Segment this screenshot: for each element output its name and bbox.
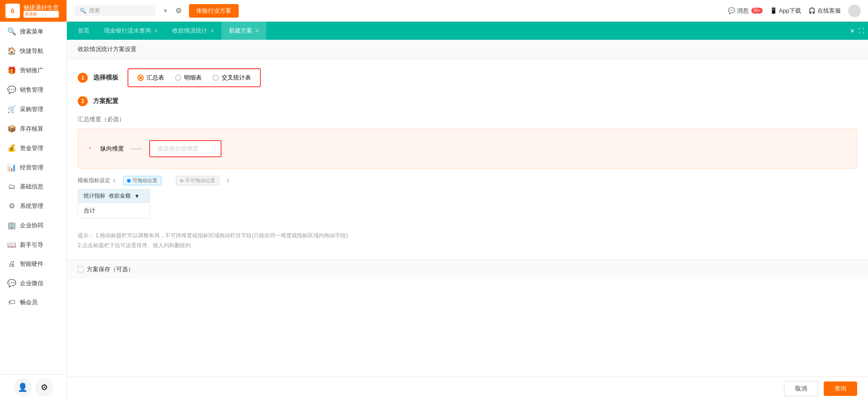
vertical-label: 纵向维度 [100, 145, 124, 153]
sidebar-item-inventory[interactable]: 📦 库存核算 [0, 119, 66, 138]
tab-home[interactable]: 首页 [71, 22, 97, 40]
trial-button[interactable]: 体验行业方案 [189, 4, 239, 18]
arrow-line: —— [131, 146, 142, 152]
download-icon: 📱 [770, 7, 777, 14]
message-action[interactable]: 💬 消息 99+ [728, 7, 763, 15]
header-search-box[interactable]: 🔍 搜索 [74, 5, 156, 16]
sidebar-item-label: 营销推广 [20, 66, 43, 75]
radio-detail[interactable]: 明细表 [175, 74, 202, 82]
radio-cross-dot [212, 75, 219, 81]
sidebar-item-label: 快捷导航 [20, 47, 43, 55]
metrics-header: 模板指标设定（ 可拖动位置 不可拖动位置 ） [78, 176, 857, 185]
logo-badge: 标准版 [24, 11, 59, 18]
sidebar-item-system[interactable]: ⚙ 系统管理 [0, 196, 66, 216]
tab-home-label: 首页 [78, 27, 90, 35]
sidebar-logo: 6 畅捷通好生意 标准版 [0, 0, 66, 22]
message-badge: 99+ [751, 8, 763, 14]
tab-bank-flow-label: 现金银行流水查询 [104, 27, 151, 35]
sidebar-item-label: 采购管理 [20, 105, 43, 113]
sidebar-item-guide[interactable]: 📖 新手引导 [0, 235, 66, 254]
tab-collection-stat[interactable]: 收款情况统计 ✕ [165, 22, 222, 40]
radio-cross-label: 交叉统计表 [222, 74, 251, 82]
cart-icon: 🛒 [7, 105, 16, 113]
chat-icon: 💬 [7, 85, 16, 94]
metrics-suffix2: ） [226, 177, 232, 184]
movable-tag-label: 可拖动位置 [132, 177, 157, 184]
sidebar-item-hardware[interactable]: 🖨 智能硬件 [0, 254, 66, 273]
sidebar-settings-btn[interactable]: ⚙ [35, 378, 53, 396]
search-placeholder: 搜索 [89, 7, 100, 14]
dimension-select-box[interactable]: 请选择分组维度 [149, 140, 222, 157]
logo-icon: 6 [5, 4, 20, 18]
save-checkbox[interactable] [78, 266, 84, 273]
sidebar-item-label: 基础信息 [20, 183, 43, 191]
metrics-dropdown-btn[interactable]: 收款金额 [109, 192, 131, 200]
sidebar-item-purchase[interactable]: 🛒 采购管理 [0, 99, 66, 119]
fixed-dot [180, 179, 184, 183]
sidebar: 6 畅捷通好生意 标准版 🔍 搜索菜单 🏠 快捷导航 🎁 营销推广 💬 销售管理… [0, 0, 67, 400]
wechat-icon: 💬 [7, 279, 16, 287]
sidebar-item-member[interactable]: 🏷 畅会员 [0, 293, 66, 312]
tab-bank-flow-close[interactable]: ✕ [154, 28, 158, 34]
sidebar-item-wechat[interactable]: 💬 企业微信 [0, 273, 66, 293]
message-label: 消息 [737, 7, 749, 15]
tab-new-plan[interactable]: 新建方案 ✕ [222, 22, 266, 40]
sidebar-item-sales[interactable]: 💬 销售管理 [0, 80, 66, 99]
radio-summary[interactable]: 汇总表 [137, 74, 164, 82]
main-area: 🔍 搜索 ▼ ⚙ 体验行业方案 💬 消息 99+ 📱 App下载 🎧 在线客服 [67, 0, 868, 400]
radio-summary-label: 汇总表 [146, 74, 164, 82]
sidebar-item-operation[interactable]: 📊 经营管理 [0, 158, 66, 177]
sidebar-item-label: 畅会员 [20, 298, 38, 306]
save-checkbox-label[interactable]: 方案保存（可选） [78, 265, 134, 273]
sidebar-item-quick-nav[interactable]: 🏠 快捷导航 [0, 41, 66, 61]
tab-collection-stat-label: 收款情况统计 [172, 27, 208, 35]
step1-label: 选择模板 [93, 74, 118, 82]
query-button[interactable]: 查询 [824, 381, 857, 396]
user-avatar[interactable] [848, 5, 861, 17]
radio-detail-label: 明细表 [184, 74, 202, 82]
tab-bar: 首页 现金银行流水查询 ✕ 收款情况统计 ✕ 新建方案 ✕ ✕ ⛶ [67, 22, 868, 40]
home-icon: 🏠 [7, 47, 16, 55]
top-header: 🔍 搜索 ▼ ⚙ 体验行业方案 💬 消息 99+ 📱 App下载 🎧 在线客服 [67, 0, 868, 22]
step2-row: 2 方案配置 [78, 96, 857, 106]
app-download-action[interactable]: 📱 App下载 [770, 7, 801, 15]
sidebar-item-search[interactable]: 🔍 搜索菜单 [0, 22, 66, 41]
metrics-dropdown-icon[interactable]: ▼ [134, 193, 140, 199]
radio-cross[interactable]: 交叉统计表 [212, 74, 251, 82]
step2-label: 方案配置 [93, 97, 118, 105]
sidebar-item-label: 库存核算 [20, 125, 43, 133]
online-service-action[interactable]: 🎧 在线客服 [808, 7, 841, 15]
metrics-table-row: 合计 [78, 203, 150, 218]
tab-bar-actions: ✕ ⛶ [850, 28, 864, 34]
bottom-action-bar: 取消 查询 [67, 376, 868, 400]
sidebar-item-label: 销售管理 [20, 86, 43, 94]
gear-icon: ⚙ [7, 202, 16, 210]
sidebar-user-btn[interactable]: 👤 [14, 378, 32, 396]
online-service-label: 在线客服 [817, 7, 841, 15]
tab-close-all-icon[interactable]: ✕ [850, 28, 855, 34]
sidebar-item-enterprise[interactable]: 🏢 企业协同 [0, 216, 66, 235]
tab-collection-stat-close[interactable]: ✕ [210, 28, 214, 34]
service-icon: 🎧 [808, 7, 816, 14]
sidebar-item-marketing[interactable]: 🎁 营销推广 [0, 61, 66, 80]
movable-tag: 可拖动位置 [123, 176, 161, 185]
section2-area: 汇总维度（必选） * 纵向维度 —— 请选择分组维度 [78, 115, 857, 250]
settings-icon[interactable]: ⚙ [175, 6, 182, 15]
sidebar-item-finance[interactable]: 💰 资金管理 [0, 138, 66, 158]
sidebar-item-label: 智能硬件 [20, 260, 43, 268]
sidebar-item-basic[interactable]: 🗂 基础信息 [0, 177, 66, 196]
tab-expand-icon[interactable]: ⛶ [859, 28, 864, 34]
tab-new-plan-close[interactable]: ✕ [255, 28, 259, 34]
sidebar-item-label: 系统管理 [20, 202, 43, 210]
content-area: 收款情况统计方案设置 1 选择模板 汇总表 明细表 [67, 40, 868, 376]
tab-bank-flow[interactable]: 现金银行流水查询 ✕ [97, 22, 165, 40]
sidebar-item-label: 企业微信 [20, 279, 43, 287]
search-dropdown-icon[interactable]: ▼ [163, 8, 168, 14]
sidebar-item-label: 企业协同 [20, 221, 43, 230]
app-download-label: App下载 [779, 7, 801, 15]
cancel-button[interactable]: 取消 [784, 381, 818, 396]
hint-line-1: 提示： 1.拖动标题栏可以调整布局，不可跨维度或指标区域拖动栏目字段(只能在同一… [78, 231, 857, 241]
movable-dot [127, 179, 131, 183]
book-icon: 📖 [7, 240, 16, 249]
dimension-area: * 纵向维度 —— 请选择分组维度 [78, 129, 857, 169]
